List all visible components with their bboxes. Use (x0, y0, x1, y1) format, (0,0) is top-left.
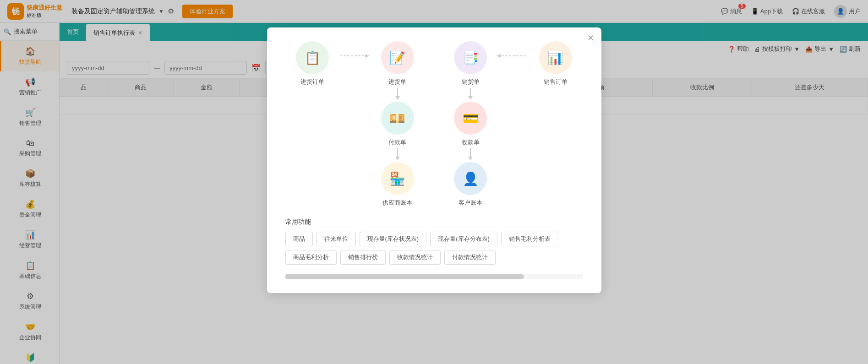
sales-bill-label: 销货单 (462, 78, 480, 86)
svg-marker-3 (496, 54, 501, 58)
supplier-ledger-label: 供应商账本 (382, 199, 412, 207)
supplier-ledger-icon: 🏪 (389, 171, 405, 186)
flow-col-1: 📝 进货单 💴 付款单 (372, 41, 423, 207)
supplier-ledger-node[interactable]: 🏪 (381, 162, 414, 195)
cf-btn-stock-status[interactable]: 现存量(库存状况表) (360, 232, 427, 246)
cf-btn-stock-dist[interactable]: 现存量(库存分布表) (430, 232, 497, 246)
flow-col-2: 📑 销货单 💳 收款单 (445, 41, 496, 207)
purchase-order-label: 进货订单 (300, 78, 324, 86)
cf-btn-receipt-stats[interactable]: 收款情况统计 (389, 250, 441, 265)
sales-bill-icon: 📑 (463, 50, 479, 65)
arrow-v-1b (395, 148, 400, 160)
arrow-h-0-1 (340, 51, 372, 60)
purchase-order-icon: 📋 (305, 50, 321, 65)
sales-order-icon: 📊 (547, 50, 563, 65)
sales-bill-node[interactable]: 📑 (454, 41, 487, 74)
modal-overlay[interactable]: ✕ 📋 进货订单 (0, 0, 868, 364)
purchase-bill-label: 进货单 (388, 78, 406, 86)
customer-ledger-label: 客户账本 (459, 199, 482, 207)
flow-diagram: 📋 进货订单 (285, 41, 583, 207)
flow-col-0: 📋 进货订单 (285, 41, 340, 184)
customer-ledger-icon: 👤 (463, 171, 479, 186)
cf-btn-sales-rank[interactable]: 销售排行榜 (340, 250, 386, 265)
svg-marker-1 (365, 54, 370, 58)
customer-ledger-node[interactable]: 👤 (454, 162, 487, 195)
modal-scrollbar[interactable] (285, 274, 583, 279)
arrow-v-1 (395, 88, 400, 100)
purchase-bill-node[interactable]: 📝 (381, 41, 414, 74)
payment-label: 付款单 (388, 138, 406, 147)
sales-order-label: 销售订单 (544, 78, 568, 86)
dashed-arrow-0-1 (340, 51, 372, 60)
collection-icon: 💳 (463, 111, 479, 126)
modal-scroll-thumb (285, 274, 524, 279)
cf-btn-product-profit[interactable]: 商品毛利分析 (285, 250, 337, 265)
payment-icon: 💴 (389, 111, 405, 126)
quick-nav-modal: ✕ 📋 进货订单 (267, 27, 601, 293)
purchase-order-node[interactable]: 📋 (296, 41, 329, 74)
cf-title: 常用功能 (285, 218, 583, 226)
cf-btn-payment-stats[interactable]: 付款情况统计 (444, 250, 496, 265)
cf-buttons: 商品 往来单位 现存量(库存状况表) 现存量(库存分布表) 销售毛利分析表 商品… (285, 232, 583, 265)
modal-close-btn[interactable]: ✕ (587, 33, 594, 43)
payment-node[interactable]: 💴 (381, 102, 414, 135)
cf-btn-partner[interactable]: 往来单位 (317, 232, 356, 246)
arrow-v-2b (468, 148, 473, 160)
collection-label: 收款单 (462, 138, 480, 147)
arrow-h-3-2 (496, 51, 528, 60)
collection-node[interactable]: 💳 (454, 102, 487, 135)
purchase-bill-icon: 📝 (389, 50, 405, 65)
common-functions: 常用功能 商品 往来单位 现存量(库存状况表) 现存量(库存分布表) 销售毛利分… (285, 218, 583, 265)
dashed-arrow-3-2 (496, 51, 528, 60)
cf-btn-sales-profit[interactable]: 销售毛利分析表 (501, 232, 558, 246)
flow-col-3: 📊 销售订单 (528, 41, 583, 86)
cf-btn-product[interactable]: 商品 (285, 232, 313, 246)
sales-order-node[interactable]: 📊 (539, 41, 572, 74)
arrow-v-2 (468, 88, 473, 100)
